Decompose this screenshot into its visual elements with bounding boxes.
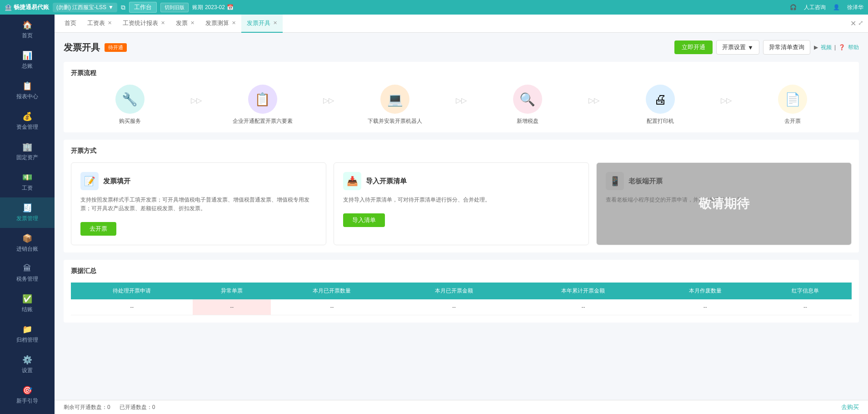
tab-invoice-calc[interactable]: 发票测算 ✕: [200, 15, 241, 33]
period-info: 账期 2023-02 📅: [192, 4, 234, 11]
close-tab-report[interactable]: ✕: [161, 20, 165, 26]
abnormal-query-button[interactable]: 异常清单查询: [763, 40, 810, 55]
settings-label: 开票设置: [722, 43, 746, 51]
chevron-down-icon: ▼: [108, 4, 114, 10]
tab-home[interactable]: 首页: [59, 15, 82, 33]
arrow-2: ▷▷: [323, 96, 334, 114]
assets-icon: 🏢: [22, 142, 32, 152]
process-label-3: 下载并安装开票机器人: [368, 117, 422, 125]
calendar-icon[interactable]: 📅: [227, 4, 234, 10]
company-selector[interactable]: (勿删) 江西服宝-LSS ▼: [53, 3, 117, 12]
guide-icon: 🎯: [22, 385, 32, 395]
method-card-fill: 📝 发票填开 支持按照发票样式手工填开发票；可开具增值税电子普通发票、增值税普通…: [71, 162, 326, 245]
sidebar-item-archive[interactable]: 📁 归档管理: [0, 319, 55, 349]
sidebar-item-member[interactable]: 👑 畅会员: [0, 410, 55, 414]
sidebar-item-guide[interactable]: 🎯 新手引导: [0, 380, 55, 410]
archive-icon: 📁: [22, 324, 32, 334]
summary-title: 票据汇总: [71, 267, 852, 275]
sidebar-item-settle[interactable]: ✅ 结账: [0, 288, 55, 319]
tab-label-report: 工资统计报表: [123, 19, 158, 27]
process-icon-5: 🖨: [646, 85, 675, 114]
method-card-boss: 📱 老板端开票 查看老板端小程序提交的开票申请，并作出相应处理意见。 敬请期待: [596, 162, 852, 245]
sidebar-item-salary[interactable]: 💵 工资: [0, 167, 55, 197]
content-area: 首页 工资表 ✕ 工资统计报表 ✕ 发票 ✕ 发票测算 ✕ 发票开具 ✕: [55, 15, 868, 414]
tab-actions: ✕ ⤢: [850, 19, 863, 28]
sidebar-item-reports[interactable]: 📋 报表中心: [0, 76, 55, 106]
user-name[interactable]: 徐泽华: [847, 4, 863, 11]
cell-void-count: --: [652, 299, 759, 315]
home-icon: 🏠: [22, 20, 32, 30]
sidebar-label-tax: 税务管理: [16, 275, 38, 283]
col-year-amount: 本年累计开票金额: [515, 283, 652, 299]
col-red-info: 红字信息单: [759, 283, 852, 299]
ledger-icon: 📊: [22, 50, 32, 61]
sidebar-item-assets[interactable]: 🏢 固定资产: [0, 136, 55, 167]
buy-button[interactable]: 去购买: [841, 403, 859, 411]
cell-abnormal: --: [193, 299, 271, 315]
period-label: 账期: [192, 4, 203, 11]
go-to-invoice-button[interactable]: 去开票: [80, 222, 116, 236]
import-title: 导入开票清单: [366, 177, 407, 186]
process-label-5: 配置打印机: [647, 117, 674, 125]
sidebar-item-invoice[interactable]: 🧾 发票管理: [0, 197, 55, 228]
import-list-button[interactable]: 导入清单: [343, 213, 385, 227]
tab-label-home: 首页: [65, 19, 76, 27]
process-step-1: 🔧 购买服务: [71, 85, 189, 125]
process-label-1: 购买服务: [119, 117, 141, 125]
close-tab-calc[interactable]: ✕: [232, 20, 236, 26]
sidebar-item-settings[interactable]: ⚙️ 设置: [0, 349, 55, 380]
close-all-icon[interactable]: ✕: [850, 19, 856, 28]
tab-salary-sheet[interactable]: 工资表 ✕: [82, 15, 117, 33]
arrow-3: ▷▷: [456, 96, 467, 114]
col-pending: 待处理开票申请: [71, 283, 193, 299]
close-tab-issue[interactable]: ✕: [273, 20, 277, 26]
tab-invoice-issue[interactable]: 发票开具 ✕: [241, 15, 283, 33]
sales-icon: 📦: [22, 233, 32, 243]
sidebar-item-sales[interactable]: 📦 进销台账: [0, 228, 55, 258]
play-icon[interactable]: ▶: [814, 44, 818, 50]
help-area: ▶ 视频 | ❓ 帮助: [814, 44, 859, 51]
switch-old-version-button[interactable]: 切到旧版: [160, 3, 189, 12]
sidebar-item-tax[interactable]: 🏛 税务管理: [0, 258, 55, 288]
open-settings-button[interactable]: 开票设置 ▼: [716, 40, 759, 55]
tab-invoice[interactable]: 发票 ✕: [170, 15, 200, 33]
reports-icon: 📋: [22, 81, 32, 91]
video-help-label[interactable]: 视频: [821, 44, 832, 51]
coming-soon-overlay: 敬请期待: [597, 163, 851, 245]
sidebar-item-ledger[interactable]: 📊 总账: [0, 45, 55, 76]
close-tab-salary[interactable]: ✕: [108, 20, 112, 26]
cell-pending: --: [71, 299, 193, 315]
status-badge: 待开通: [105, 43, 127, 52]
tab-label-calc: 发票测算: [205, 19, 229, 27]
fill-desc: 支持按照发票样式手工填开发票；可开具增值税电子普通发票、增值税普通发票、增值税专…: [80, 196, 317, 213]
process-label-6: 去开票: [784, 117, 801, 125]
sidebar-label-sales: 进销台账: [16, 245, 38, 253]
header-actions: 立即开通 开票设置 ▼ 异常清单查询 ▶ 视频 | ❓ 帮助: [674, 40, 859, 55]
workbench-button[interactable]: 工作台: [129, 2, 157, 13]
settle-icon: ✅: [22, 294, 32, 304]
methods-section: 开票方式 📝 发票填开 支持按照发票样式手工填开发票；可开具增值税电子普通发票、…: [64, 140, 859, 252]
process-label-2: 企业开通配置开票六要素: [233, 117, 293, 125]
user-avatar-icon: 👤: [833, 4, 840, 10]
fill-icon: 📝: [80, 172, 99, 190]
copy-icon[interactable]: ⧉: [121, 4, 125, 11]
col-month-count: 本月已开票数量: [271, 283, 393, 299]
company-name: (勿删) 江西服宝-LSS: [56, 4, 106, 11]
process-step-6: 📄 去开票: [733, 85, 852, 125]
sidebar-label-settle: 结账: [22, 306, 33, 313]
help-label[interactable]: 帮助: [848, 44, 859, 51]
chevron-down-icon: ▼: [748, 44, 753, 51]
maximize-icon[interactable]: ⤢: [858, 19, 863, 28]
process-title: 开票流程: [71, 69, 852, 77]
open-now-button[interactable]: 立即开通: [674, 40, 713, 54]
sidebar-item-home[interactable]: 🏠 首页: [0, 15, 55, 45]
remaining-label: 剩余可开通数盘：0: [64, 404, 110, 411]
col-month-amount: 本月已开票金额: [393, 283, 515, 299]
sidebar-item-funds[interactable]: 💰 资金管理: [0, 106, 55, 136]
close-tab-invoice[interactable]: ✕: [190, 20, 195, 26]
process-icon-2: 📋: [248, 85, 277, 114]
service-label[interactable]: 人工咨询: [804, 4, 826, 11]
tab-salary-report[interactable]: 工资统计报表 ✕: [117, 15, 170, 33]
methods-title: 开票方式: [71, 147, 852, 155]
method-card-import: 📥 导入开票清单 支持导入待开票清单，可对待开票清单进行拆分、合并处理。 导入清…: [334, 162, 589, 245]
